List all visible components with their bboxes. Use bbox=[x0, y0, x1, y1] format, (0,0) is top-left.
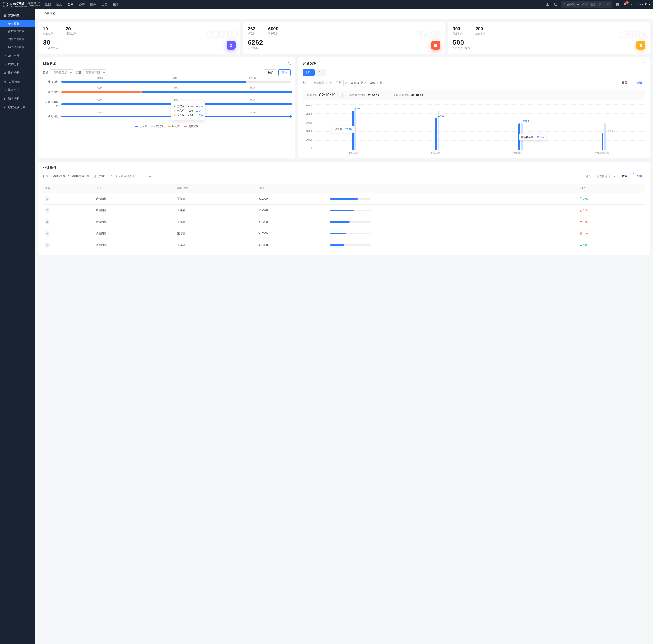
sidebar-item-5[interactable]: ◐销售分析 bbox=[0, 94, 35, 103]
rank-dept: 销售四部 bbox=[94, 193, 175, 205]
sidebar-sub-1[interactable]: 推广主管看板 bbox=[0, 27, 35, 36]
target-label: 呼出目标 bbox=[43, 90, 59, 94]
change-indicator: 12% bbox=[580, 232, 644, 235]
search-input[interactable] bbox=[582, 3, 607, 6]
comm-dept-select[interactable]: 请选择部门 bbox=[311, 79, 333, 86]
sidebar-item-0[interactable]: ⚗漏斗分析 bbox=[0, 51, 35, 60]
date-to: 2018/01/08 bbox=[72, 175, 85, 178]
rank-method-select[interactable]: 按工单客户经理统计 bbox=[107, 173, 152, 180]
rank-dept-select[interactable]: 请选择部门 bbox=[594, 173, 616, 180]
sidebar-item-label: 成本分析 bbox=[8, 62, 20, 66]
card-icon bbox=[431, 41, 440, 50]
stat-num: 200 bbox=[476, 26, 485, 31]
sidebar-item-icon: ☺ bbox=[4, 80, 6, 83]
search-box: 手机号码 bbox=[561, 1, 612, 8]
change-indicator: 12% bbox=[580, 209, 644, 212]
top-nav: 数据线索客户公海财务运营报名 bbox=[45, 2, 119, 6]
rank-number: 2 bbox=[45, 208, 50, 213]
seg-individual[interactable]: 个人 bbox=[315, 69, 326, 75]
reset-button[interactable]: 重置 bbox=[619, 173, 631, 180]
close-icon[interactable]: × bbox=[57, 12, 58, 16]
tab-company-board[interactable]: 公司看板 × bbox=[44, 11, 59, 17]
date-to: 2018/01/08 bbox=[364, 81, 378, 85]
comm-date-label: 日期 bbox=[336, 81, 341, 85]
card-big-label: 今日即将回库数 bbox=[453, 47, 645, 50]
sidebar-sub-2[interactable]: 销售主管看板 bbox=[0, 36, 35, 43]
reset-button[interactable]: 重置 bbox=[619, 79, 631, 86]
tab-label: 公司看板 bbox=[44, 12, 55, 16]
stat-num: 262 bbox=[248, 26, 255, 31]
bar-group-1: 35000 bbox=[435, 111, 439, 150]
sidebar-item-4[interactable]: ♁渠道分析 bbox=[0, 86, 35, 94]
tip-label: 有效接通率： bbox=[521, 136, 536, 139]
comm-date-range[interactable]: 2018/01/08 至 2018/01/08 🗐 bbox=[343, 79, 384, 86]
status-dot bbox=[631, 4, 632, 5]
notif-badge: 5 bbox=[626, 1, 629, 4]
card-big-num: 500 bbox=[453, 39, 645, 46]
topnav-客户[interactable]: 客户 bbox=[68, 2, 73, 6]
sidebar-item-label: 推广分析 bbox=[8, 71, 20, 75]
topnav-报名[interactable]: 报名 bbox=[113, 2, 119, 6]
phone-icon[interactable] bbox=[553, 2, 557, 6]
calendar-icon: 🗐 bbox=[379, 81, 382, 85]
stat-num: 10 bbox=[43, 26, 53, 31]
rank-number: 4 bbox=[45, 231, 50, 236]
chevron-up-icon: ⌃ bbox=[30, 14, 31, 17]
sidebar-sub-0[interactable]: 公司看板 bbox=[0, 20, 35, 27]
rank-manager: 王嘟嘟 bbox=[175, 228, 257, 239]
topnav-数据[interactable]: 数据 bbox=[45, 2, 51, 6]
change-indicator: 12% bbox=[580, 221, 644, 223]
table-row: 5销售四部王嘟嘟¥1902010% bbox=[43, 239, 645, 251]
stat-label: 回库客户 bbox=[453, 32, 462, 36]
sidebar: ▦ 数据看板 ⌃ 公司看板推广主管看板销售主管看板客户经理看板 ⚗漏斗分析⊙成本… bbox=[0, 9, 35, 644]
user-menu[interactable]: manager11 ▾ bbox=[631, 3, 650, 6]
topnav-公海[interactable]: 公海 bbox=[79, 2, 85, 6]
table-header: 部门 bbox=[94, 184, 175, 193]
search-type-select[interactable]: 手机号码 bbox=[563, 3, 580, 6]
query-button[interactable]: 查询 bbox=[279, 69, 291, 76]
query-button[interactable]: 查询 bbox=[633, 173, 645, 180]
comm-chart: 50000400003000020000100000 4300035000290… bbox=[303, 105, 645, 154]
sidebar-sub-3[interactable]: 客户经理看板 bbox=[0, 43, 35, 51]
tip-label: 接通率： bbox=[335, 128, 345, 131]
topnav-线索[interactable]: 线索 bbox=[56, 2, 62, 6]
sidebar-section-dashboard[interactable]: ▦ 数据看板 ⌃ bbox=[0, 11, 35, 20]
ghost-text: LIBRA bbox=[620, 29, 648, 40]
person-icon[interactable] bbox=[546, 2, 550, 6]
rank-date-label: 日期 bbox=[43, 175, 48, 178]
query-button[interactable]: 查询 bbox=[633, 79, 645, 86]
perf-bar bbox=[330, 245, 371, 246]
topnav-运营[interactable]: 运营 bbox=[102, 2, 107, 6]
perf-bar bbox=[330, 221, 371, 223]
target-row-1: 呼出目标300050007000 bbox=[43, 90, 291, 94]
card-icon bbox=[636, 41, 645, 50]
sidebar-item-6[interactable]: ⟲数据流转记录 bbox=[0, 103, 35, 112]
rank-perf: ¥19020 bbox=[257, 205, 328, 216]
rank-dept-label: 部门 bbox=[586, 175, 591, 178]
sidebar-item-2[interactable]: ◉推广分析 bbox=[0, 69, 35, 77]
expand-icon[interactable]: ⛶ bbox=[288, 62, 291, 65]
rank-date-range[interactable]: 2018/01/08 至 2018/01/08 🗐 bbox=[51, 173, 91, 180]
date-from: 2018/01/08 bbox=[53, 175, 66, 178]
expand-icon[interactable]: ⛶ bbox=[643, 62, 645, 65]
dashboard-icon: ▦ bbox=[4, 14, 6, 17]
stat-num: 6000 bbox=[268, 26, 279, 31]
stat-label: 领取数 bbox=[248, 32, 255, 36]
goal-select[interactable]: 请选择目标 bbox=[51, 69, 73, 76]
comm-stat-2: 平均通话时长02:10:19 bbox=[393, 93, 423, 97]
search-icon[interactable] bbox=[607, 3, 610, 6]
period-select[interactable]: 请选择周期 bbox=[83, 69, 106, 76]
menu-icon[interactable]: ☰ bbox=[38, 12, 41, 16]
sidebar-item-1[interactable]: ⊙成本分析 bbox=[0, 60, 35, 69]
reset-button[interactable]: 重置 bbox=[264, 69, 276, 76]
mobile-icon[interactable] bbox=[615, 2, 620, 6]
table-header: 客户经理 bbox=[175, 184, 257, 193]
card-icon bbox=[226, 41, 236, 50]
card-big-num: 6262 bbox=[248, 39, 440, 46]
sidebar-item-3[interactable]: ☺访客分析 bbox=[0, 77, 35, 86]
topnav-财务[interactable]: 财务 bbox=[90, 2, 96, 6]
seg-dept[interactable]: 部门 bbox=[303, 69, 315, 75]
bar-group-3: 18000 bbox=[602, 123, 606, 150]
bell-wrap[interactable]: 5 bbox=[623, 2, 627, 7]
panel-comm: 沟通效率 ⛶ 部门 个人 部门 请选择部门 日期 20 bbox=[298, 58, 650, 158]
